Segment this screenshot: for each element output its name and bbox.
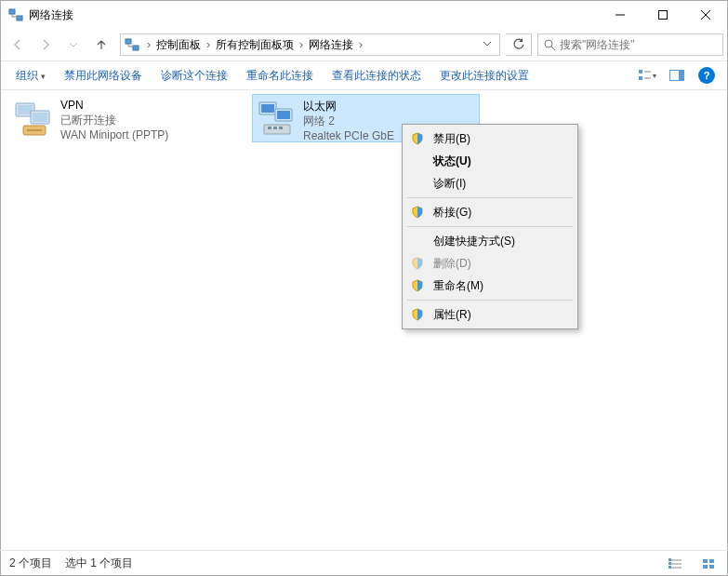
svg-rect-33 xyxy=(668,558,671,561)
shield-icon xyxy=(409,277,426,294)
minimize-button[interactable] xyxy=(599,1,642,29)
svg-rect-25 xyxy=(277,111,290,119)
shield-icon xyxy=(409,255,426,272)
menu-create-shortcut[interactable]: 创建快捷方式(S) xyxy=(405,230,575,252)
content-area: VPN 已断开连接 WAN Miniport (PPTP) 以太网 网络 2 R… xyxy=(1,90,727,549)
refresh-button[interactable] xyxy=(506,33,532,56)
large-icons-view-button[interactable] xyxy=(698,556,719,572)
selected-count: 选中 1 个项目 xyxy=(65,556,133,571)
svg-point-8 xyxy=(545,40,552,47)
chevron-right-icon[interactable]: › xyxy=(145,38,152,51)
svg-rect-0 xyxy=(9,9,15,14)
menu-separator xyxy=(407,300,573,301)
menu-status[interactable]: 状态(U) xyxy=(405,150,575,172)
svg-rect-29 xyxy=(279,127,283,129)
title-bar: 网络连接 xyxy=(1,1,727,29)
svg-rect-35 xyxy=(668,566,671,569)
connection-device: WAN Miniport (PPTP) xyxy=(60,127,236,142)
search-icon xyxy=(544,39,556,51)
command-bar: 组织 禁用此网络设备 诊断这个连接 重命名此连接 查看此连接的状态 更改此连接的… xyxy=(1,60,727,90)
organize-menu[interactable]: 组织 xyxy=(8,64,53,87)
search-placeholder: 搜索"网络连接" xyxy=(560,37,635,53)
crumb-network[interactable]: 网络连接 xyxy=(305,35,357,55)
svg-rect-37 xyxy=(709,559,714,563)
connection-name: 以太网 xyxy=(303,99,477,114)
shield-icon xyxy=(409,130,426,147)
menu-delete: 删除(D) xyxy=(405,252,575,275)
svg-rect-10 xyxy=(639,70,642,74)
change-settings-button[interactable]: 更改此连接的设置 xyxy=(432,64,536,87)
preview-pane-button[interactable] xyxy=(664,64,690,87)
menu-separator xyxy=(407,226,573,227)
close-button[interactable] xyxy=(684,1,727,29)
chevron-right-icon[interactable]: › xyxy=(357,38,364,51)
vpn-icon xyxy=(12,96,57,141)
connection-status: 已断开连接 xyxy=(60,113,236,127)
svg-rect-36 xyxy=(703,559,708,563)
up-button[interactable] xyxy=(88,32,114,58)
svg-rect-38 xyxy=(703,565,708,569)
crumb-all-items[interactable]: 所有控制面板项 xyxy=(212,35,298,55)
navigation-bar: › 控制面板 › 所有控制面板项 › 网络连接 › 搜索"网络连接" xyxy=(1,29,727,60)
crumb-control-panel[interactable]: 控制面板 xyxy=(152,35,205,55)
location-icon xyxy=(125,37,139,52)
view-status-button[interactable]: 查看此连接的状态 xyxy=(324,64,429,87)
svg-rect-11 xyxy=(639,76,642,80)
maximize-button[interactable] xyxy=(642,1,684,29)
menu-bridge[interactable]: 桥接(G) xyxy=(405,201,575,223)
view-options-button[interactable]: ▾ xyxy=(634,64,660,87)
diagnose-button[interactable]: 诊断这个连接 xyxy=(153,64,235,87)
menu-separator xyxy=(407,197,573,198)
svg-rect-19 xyxy=(33,113,47,122)
svg-rect-3 xyxy=(659,11,668,20)
forward-button[interactable] xyxy=(33,32,59,58)
window-title: 网络连接 xyxy=(29,7,599,23)
menu-disable[interactable]: 禁用(B) xyxy=(405,127,575,150)
chevron-right-icon[interactable]: › xyxy=(298,38,305,51)
connection-name: VPN xyxy=(60,98,236,113)
rename-button[interactable]: 重命名此连接 xyxy=(239,64,321,87)
address-dropdown[interactable] xyxy=(479,38,496,51)
details-view-button[interactable] xyxy=(665,556,685,572)
breadcrumb: › 控制面板 › 所有控制面板项 › 网络连接 › xyxy=(145,35,479,55)
svg-rect-39 xyxy=(709,565,714,569)
svg-line-9 xyxy=(551,47,555,50)
search-input[interactable]: 搜索"网络连接" xyxy=(537,33,723,56)
svg-rect-34 xyxy=(668,562,671,565)
menu-properties[interactable]: 属性(R) xyxy=(405,303,575,326)
chevron-right-icon[interactable]: › xyxy=(205,38,212,51)
help-button[interactable]: ? xyxy=(694,64,720,87)
ethernet-icon xyxy=(255,97,299,141)
svg-rect-15 xyxy=(679,71,683,80)
svg-rect-23 xyxy=(261,104,274,113)
shield-icon xyxy=(409,204,426,221)
shield-icon xyxy=(409,306,426,323)
status-bar: 2 个项目 选中 1 个项目 xyxy=(0,550,728,576)
menu-diagnose[interactable]: 诊断(I) xyxy=(405,172,575,194)
svg-rect-28 xyxy=(273,127,277,129)
menu-rename[interactable]: 重命名(M) xyxy=(405,275,575,297)
disable-device-button[interactable]: 禁用此网络设备 xyxy=(57,64,150,87)
svg-rect-27 xyxy=(268,127,271,129)
recent-dropdown[interactable] xyxy=(60,32,86,58)
svg-rect-6 xyxy=(126,39,131,44)
back-button[interactable] xyxy=(5,32,31,58)
context-menu: 禁用(B) 状态(U) 诊断(I) 桥接(G) 创建快捷方式(S) 删除(D) … xyxy=(402,124,578,329)
app-icon xyxy=(8,7,23,22)
connection-item-vpn[interactable]: VPN 已断开连接 WAN Miniport (PPTP) xyxy=(10,94,238,142)
item-count: 2 个项目 xyxy=(9,556,52,571)
address-bar[interactable]: › 控制面板 › 所有控制面板项 › 网络连接 › xyxy=(120,33,500,56)
